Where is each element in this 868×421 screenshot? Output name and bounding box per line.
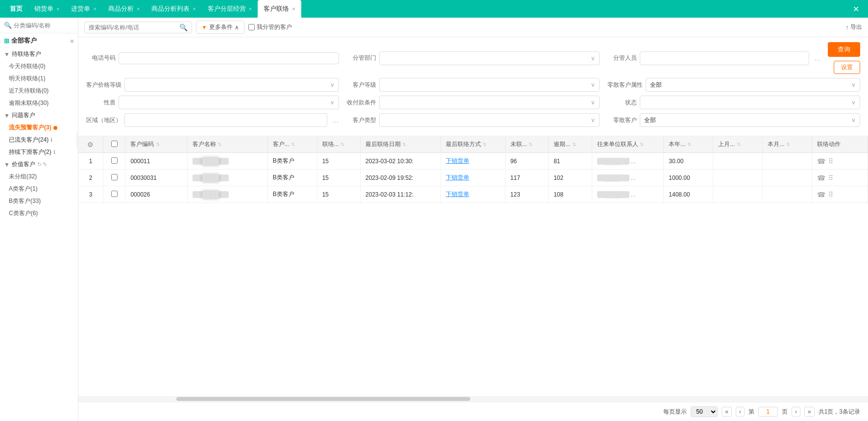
search-input[interactable] <box>89 24 179 31</box>
last-method-link[interactable]: 下销货单 <box>446 191 469 198</box>
more-action-icon[interactable]: ⠿ <box>828 157 833 165</box>
this-month-sort-icon[interactable]: ⇅ <box>786 142 790 147</box>
nav-tab-purchase[interactable]: 进货单 × <box>65 0 102 18</box>
group-problem-label: 问题客户 <box>12 111 35 120</box>
customer-grade-select[interactable]: ∨ <box>379 78 600 92</box>
sidebar-group-pending[interactable]: ▼ 待联络客户 <box>0 48 78 60</box>
nav-tab-sales[interactable]: 销货单 × <box>28 0 65 18</box>
nav-tab-sales-close[interactable]: × <box>56 6 59 12</box>
info-icon: ℹ <box>50 137 52 143</box>
nav-tab-customer-contact[interactable]: 客户联络 × <box>258 0 301 18</box>
table-header-row: ⚙ 客户编码 ⇅ 客户名称 ⇅ <box>78 136 868 153</box>
select-all-checkbox[interactable] <box>111 141 118 147</box>
sidebar-item-churn-warning[interactable]: 流失预警客户(3) <box>0 122 78 134</box>
gear-icon[interactable]: ⚙ <box>87 141 94 149</box>
method-sort-icon[interactable]: ⇅ <box>482 142 486 147</box>
sidebar-item-ungrouped[interactable]: 未分组(32) <box>0 171 78 183</box>
overdue-sort-icon[interactable]: ⇅ <box>572 142 576 147</box>
customer-grade-label: 客户等级 <box>347 81 376 89</box>
row-last-date: 2023-03-02 10:30: <box>361 153 441 170</box>
collapse-icon[interactable]: « <box>70 37 74 45</box>
page-size-select[interactable]: 50 100 200 <box>691 406 718 417</box>
settings-button[interactable]: 设置 <box>834 61 860 74</box>
nav-tab-customer-contact-close[interactable]: × <box>292 6 295 12</box>
row-checkbox[interactable] <box>111 174 118 180</box>
more-action-icon[interactable]: ⠿ <box>828 174 833 182</box>
price-grade-select[interactable]: ∨ <box>124 78 339 92</box>
person-label: 分管人员 <box>607 54 637 62</box>
type-sort-icon[interactable]: ⇅ <box>291 142 295 147</box>
last-method-link[interactable]: 下销货单 <box>446 157 469 164</box>
sidebar-search-wrap: 🔍 <box>0 18 78 33</box>
sidebar-search-input[interactable] <box>14 22 74 29</box>
person-select[interactable] <box>640 51 809 65</box>
close-all-button[interactable]: ✕ <box>848 4 864 14</box>
sidebar-item-overdue[interactable]: 逾期未联络(30) <box>0 97 78 109</box>
more-action-icon[interactable]: ⠿ <box>828 191 833 198</box>
my-customers-checkbox[interactable] <box>248 24 255 30</box>
code-sort-icon[interactable]: ⇅ <box>156 142 160 147</box>
person-dots[interactable]: … <box>814 54 821 62</box>
next-page-button[interactable]: › <box>792 407 800 417</box>
last-page-button[interactable]: » <box>804 407 815 417</box>
horizontal-scrollbar[interactable] <box>78 396 868 402</box>
nature-select[interactable]: ∨ <box>119 96 339 109</box>
nav-tab-customer-mgmt-close[interactable]: × <box>249 6 252 12</box>
phone-input[interactable] <box>119 52 339 64</box>
person-sort-icon[interactable]: ⇅ <box>640 142 644 147</box>
sidebar-item-classC[interactable]: C类客户(6) <box>0 207 78 220</box>
nav-tab-analysis-close[interactable]: × <box>137 6 140 12</box>
dept-arrow-icon: ∨ <box>591 55 595 62</box>
query-button[interactable]: 查询 <box>828 42 860 57</box>
nav-tab-customer-mgmt[interactable]: 客户分层经营 × <box>202 0 258 18</box>
sidebar-item-today[interactable]: 今天待联络(0) <box>0 60 78 73</box>
contact-action-icon[interactable]: ☎ <box>817 191 825 198</box>
retail-attr-select[interactable]: 全部 ∨ <box>646 78 860 92</box>
page-number-input[interactable] <box>758 407 778 417</box>
value-refresh-icon[interactable]: ↻ <box>37 161 42 168</box>
sidebar-item-tomorrow[interactable]: 明天待联络(1) <box>0 73 78 85</box>
nav-tab-home[interactable]: 首页 <box>4 0 28 18</box>
row-name: ████ <box>187 153 267 170</box>
row-checkbox[interactable] <box>111 191 118 197</box>
last-method-link[interactable]: 下销货单 <box>446 174 469 181</box>
prev-page-button[interactable]: ‹ <box>736 407 745 417</box>
sidebar-item-declining[interactable]: 持续下滑客户(2) ℹ <box>0 146 78 158</box>
contact-action-icon[interactable]: ☎ <box>817 157 825 165</box>
status-select[interactable]: ∨ <box>640 96 860 109</box>
uncontact-sort-icon[interactable]: ⇅ <box>529 142 532 147</box>
nav-tab-customer-contact-label: 客户联络 <box>264 4 289 13</box>
row-checkbox[interactable] <box>111 157 118 164</box>
payment-select[interactable]: ∨ <box>379 96 600 109</box>
toolbar: 🔍 ▼ 更多条件 ∧ 我分管的客户 ↑ 导出 <box>78 18 868 37</box>
region-select[interactable] <box>124 113 327 127</box>
nav-tab-analysis-list[interactable]: 商品分析列表 × <box>145 0 201 18</box>
year-sort-icon[interactable]: ⇅ <box>687 142 691 147</box>
nav-tab-analysis-list-close[interactable]: × <box>193 6 195 12</box>
filter-more-button[interactable]: ▼ 更多条件 ∧ <box>196 21 244 34</box>
search-button[interactable]: 🔍 <box>179 24 188 31</box>
sidebar-item-classA[interactable]: A类客户(1) <box>0 183 78 195</box>
scrollbar-thumb[interactable] <box>176 397 470 401</box>
contact-sort-icon[interactable]: ⇅ <box>340 142 344 147</box>
customer-type-select[interactable]: ∨ <box>379 113 600 127</box>
date-sort-icon[interactable]: ⇅ <box>402 142 406 147</box>
region-dots[interactable]: … <box>332 116 339 124</box>
first-page-button[interactable]: « <box>722 407 732 417</box>
last-month-sort-icon[interactable]: ⇅ <box>737 142 741 147</box>
sidebar-item-churned[interactable]: 已流失客户(24) ℹ <box>0 134 78 146</box>
export-button[interactable]: ↑ 导出 <box>845 23 862 31</box>
retail-select[interactable]: 全部 ∨ <box>640 113 860 127</box>
sidebar-all-customers[interactable]: ⊞ 全部客户 « <box>0 33 78 48</box>
sidebar-group-problem[interactable]: ▼ 问题客户 <box>0 109 78 122</box>
name-sort-icon[interactable]: ⇅ <box>217 142 221 147</box>
nav-tab-purchase-close[interactable]: × <box>93 6 96 12</box>
price-grade-arrow: ∨ <box>330 81 335 88</box>
dept-select[interactable]: ∨ <box>379 51 600 65</box>
value-edit-icon[interactable]: ✎ <box>43 161 47 168</box>
sidebar-item-7days[interactable]: 近7天待联络(0) <box>0 85 78 97</box>
sidebar-item-classB[interactable]: B类客户(33) <box>0 195 78 207</box>
contact-action-icon[interactable]: ☎ <box>817 174 825 182</box>
sidebar-group-value[interactable]: ▼ 价值客户 ↻ ✎ <box>0 158 78 171</box>
nav-tab-analysis[interactable]: 商品分析 × <box>102 0 145 18</box>
